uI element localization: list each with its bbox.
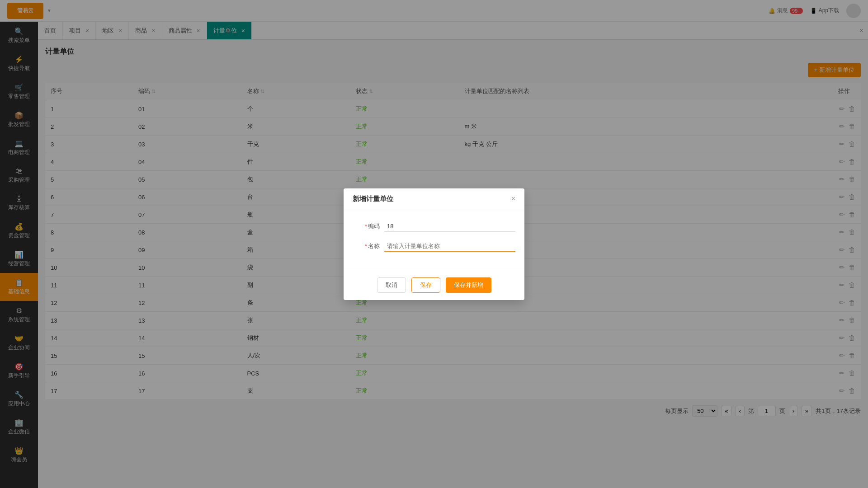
name-input[interactable] — [384, 241, 515, 252]
required-star: * — [365, 223, 367, 230]
modal-body: *编码 *名称 — [344, 210, 524, 270]
name-label: *名称 — [353, 242, 380, 250]
modal-header: 新增计量单位 × — [344, 188, 524, 210]
save-button[interactable]: 保存 — [411, 277, 440, 293]
required-star: * — [365, 243, 367, 249]
modal-footer: 取消 保存 保存并新增 — [344, 270, 524, 300]
modal-close-button[interactable]: × — [511, 195, 515, 203]
code-input[interactable] — [384, 221, 515, 232]
modal-overlay: 新增计量单位 × *编码 *名称 取消 保存 保存并新增 — [0, 0, 868, 488]
code-form-row: *编码 — [353, 221, 515, 232]
modal-title: 新增计量单位 — [353, 195, 393, 203]
name-form-row: *名称 — [353, 241, 515, 252]
code-label: *编码 — [353, 222, 380, 230]
add-unit-modal: 新增计量单位 × *编码 *名称 取消 保存 保存并新增 — [344, 188, 524, 300]
cancel-button[interactable]: 取消 — [377, 277, 406, 293]
save-and-new-button[interactable]: 保存并新增 — [446, 277, 491, 293]
